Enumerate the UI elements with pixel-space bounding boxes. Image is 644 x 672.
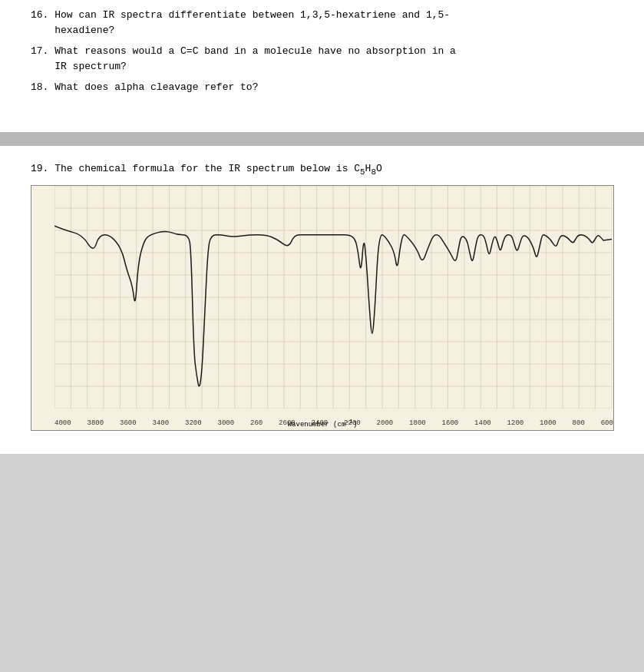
x-label-3400: 3400 <box>153 419 170 427</box>
x-label-800: 800 <box>573 419 585 427</box>
x-label-600: 600 <box>601 419 613 427</box>
q16-text: 16. How can IR spectra differentiate bet… <box>31 9 450 36</box>
x-label-1200: 1200 <box>507 419 524 427</box>
x-label-4000: 4000 <box>54 419 71 427</box>
x-label-1800: 1800 <box>409 419 426 427</box>
question-19: 19. The chemical formula for the IR spec… <box>31 161 613 178</box>
section-divider <box>0 132 644 146</box>
question-17: 17. What reasons would a C=C band in a m… <box>31 44 613 74</box>
x-axis-title: Wavenumber (cm-1) <box>288 418 358 429</box>
x-label-3600: 3600 <box>120 419 137 427</box>
x-label-3000: 3000 <box>218 419 235 427</box>
ir-spectrum-chart: % Transmittance 4000 3800 3600 3400 3200… <box>31 185 614 431</box>
q19-label: 19. The chemical formula for the IR spec… <box>31 163 382 174</box>
x-label-260: 260 <box>250 419 263 427</box>
bottom-section: 19. The chemical formula for the IR spec… <box>0 146 644 455</box>
q17-text: 17. What reasons would a C=C band in a m… <box>31 45 456 72</box>
x-label-1400: 1400 <box>474 419 491 427</box>
top-section: 16. How can IR spectra differentiate bet… <box>0 0 644 132</box>
question-18: 18. What does alpha cleavage refer to? <box>31 80 613 95</box>
question-16: 16. How can IR spectra differentiate bet… <box>31 8 613 38</box>
ir-spectrum-canvas <box>54 186 612 409</box>
x-label-2000: 2000 <box>377 419 394 427</box>
x-label-3800: 3800 <box>88 419 104 427</box>
x-label-1000: 1000 <box>540 419 556 427</box>
x-label-1600: 1600 <box>442 419 459 427</box>
q18-text: 18. What does alpha cleavage refer to? <box>31 81 258 93</box>
x-label-3200: 3200 <box>185 419 202 427</box>
